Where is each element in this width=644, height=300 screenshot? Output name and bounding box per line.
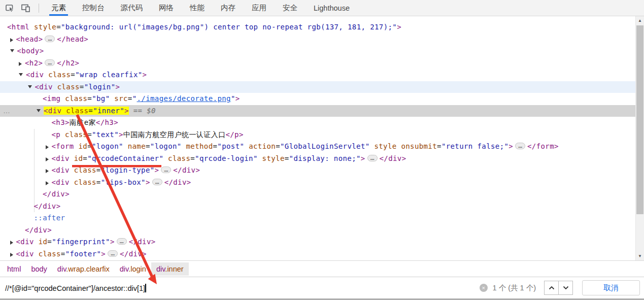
next-match-button[interactable] — [558, 281, 573, 295]
code-token: "background: url("images/bg.png") center… — [61, 23, 397, 31]
code-token: = — [80, 83, 84, 91]
tab-元素[interactable]: 元素 — [43, 0, 74, 16]
code-token: = — [56, 23, 61, 31]
code-token: > — [235, 94, 240, 103]
code-token: <body> — [17, 47, 44, 55]
dom-tree-row[interactable]: <div id="fingerprint">…</div> — [0, 236, 635, 248]
scroll-up-arrow-icon[interactable]: ▲ — [636, 16, 644, 25]
code-token: class — [66, 107, 88, 115]
inline-expand-ellipsis-icon[interactable]: … — [152, 179, 162, 185]
breadcrumb-item[interactable]: div.inner — [151, 262, 189, 276]
collapse-arrow-icon[interactable] — [37, 109, 41, 112]
breadcrumb-item[interactable]: div.wrap.clearfix — [52, 262, 115, 276]
row-more-actions-icon[interactable]: … — [3, 105, 11, 117]
dom-tree-row[interactable]: <div class="login"> — [0, 81, 635, 93]
collapse-arrow-icon[interactable] — [28, 85, 32, 88]
dom-tree-row[interactable]: <head>…</head> — [0, 34, 635, 46]
tab-Lighthouse[interactable]: Lighthouse — [306, 0, 358, 16]
expand-arrow-icon[interactable] — [10, 241, 13, 245]
inspect-element-icon[interactable] — [5, 3, 16, 14]
code-token: class — [74, 166, 96, 174]
inline-expand-ellipsis-icon[interactable]: … — [117, 238, 127, 245]
inspect-element-icon — [5, 3, 15, 13]
code-token: <h3> — [52, 118, 70, 126]
code-token: class — [39, 250, 61, 258]
breadcrumb-item[interactable]: html — [2, 262, 26, 276]
inline-expand-ellipsis-icon[interactable]: … — [367, 155, 378, 161]
code-token: class — [74, 178, 96, 186]
tab-应用[interactable]: 应用 — [244, 0, 275, 16]
scrollbar-thumb[interactable] — [636, 25, 643, 214]
code-token: <div — [52, 154, 74, 162]
expand-arrow-icon[interactable] — [46, 169, 49, 173]
previous-match-button[interactable] — [544, 281, 559, 295]
dom-tree-row[interactable]: <div class="wrap clearfix"> — [0, 69, 635, 81]
code-token: = — [146, 142, 150, 150]
dom-tree-row[interactable]: <img class="bg" src="./images/decorate.p… — [0, 93, 635, 105]
collapse-arrow-icon[interactable] — [10, 49, 14, 52]
tab-源代码[interactable]: 源代码 — [113, 0, 151, 16]
code-token: = — [71, 71, 75, 79]
clear-search-icon[interactable]: × — [480, 284, 488, 292]
breadcrumb-item[interactable]: div.login — [115, 262, 151, 276]
dom-tree-row[interactable]: </div> — [0, 188, 635, 201]
dom-tree-row[interactable]: </div> — [0, 224, 635, 237]
inline-expand-ellipsis-icon[interactable]: … — [45, 59, 55, 66]
scroll-down-arrow-icon[interactable]: ▼ — [636, 252, 644, 260]
dom-tree-row[interactable]: …<div class="inner"> == $0 — [0, 105, 635, 117]
code-token: </div> — [129, 238, 156, 246]
dom-tree-row[interactable]: <div id="qrcodeContainer" class="qrcode-… — [0, 153, 635, 165]
dom-tree-row[interactable]: <h2>…</h2> — [0, 57, 635, 70]
code-token: class — [57, 83, 80, 91]
dom-tree-row[interactable]: <h3>南航e家</h3> — [0, 117, 635, 129]
code-token: > — [397, 23, 401, 31]
device-toolbar-icon[interactable] — [20, 3, 31, 14]
expand-arrow-icon[interactable] — [46, 181, 49, 185]
dom-tree-row[interactable]: <html style="background: url("images/bg.… — [0, 21, 635, 34]
breadcrumb-item[interactable]: body — [26, 262, 52, 276]
collapse-arrow-icon[interactable] — [19, 73, 23, 76]
code-token: "bg" — [92, 94, 110, 103]
tab-性能[interactable]: 性能 — [182, 0, 213, 16]
inline-expand-ellipsis-icon[interactable]: … — [515, 143, 525, 149]
code-token: > — [509, 142, 513, 150]
vertical-scrollbar[interactable]: ▲ ▼ — [635, 16, 644, 260]
dom-tree-row[interactable]: <div class="footer">…</div> — [0, 248, 635, 260]
code-token: "logon" — [150, 142, 182, 150]
search-input[interactable]: //*[@id="qrcodeContainer"]/ancestor::div… — [5, 284, 477, 292]
code-token: "wrap clearfix" — [75, 71, 142, 79]
code-token: <h2> — [25, 59, 43, 67]
dom-tree-row[interactable]: <p class="text">中国南方航空用户统一认证入口</p> — [0, 129, 635, 141]
expand-arrow-icon[interactable] — [10, 38, 13, 42]
inline-expand-ellipsis-icon[interactable]: … — [161, 166, 171, 173]
code-token: <div — [16, 238, 39, 246]
expand-arrow-icon[interactable] — [46, 145, 49, 149]
tab-内存[interactable]: 内存 — [213, 0, 244, 16]
dom-tree-row[interactable]: <body> — [0, 45, 635, 57]
inline-expand-ellipsis-icon[interactable]: … — [108, 250, 118, 257]
tab-控制台[interactable]: 控制台 — [74, 0, 113, 16]
inline-expand-ellipsis-icon[interactable]: … — [45, 36, 55, 42]
code-token: = — [276, 142, 280, 150]
tab-网络[interactable]: 网络 — [151, 0, 182, 16]
dom-tree-row[interactable]: <div class="login-type">…</div> — [0, 164, 635, 177]
code-token: </head> — [57, 35, 88, 43]
code-token: = — [437, 142, 442, 150]
code-token: "login" — [84, 83, 116, 91]
dom-tree-row[interactable]: <form id="logon" name="logon" method="po… — [0, 141, 635, 153]
expand-arrow-icon[interactable] — [10, 253, 13, 257]
code-token: "qrcodeContainer" — [87, 154, 163, 162]
code-token: <div — [44, 107, 66, 115]
code-token: </div> — [164, 178, 191, 186]
tab-安全[interactable]: 安全 — [275, 0, 306, 16]
search-match-highlight: <div class="inner"> — [44, 107, 129, 115]
dom-tree-row[interactable]: ::after — [0, 212, 635, 224]
dom-tree-row[interactable]: <div class="tips-box">…</div> — [0, 177, 635, 189]
code-token: </p> — [225, 130, 243, 139]
expand-arrow-icon[interactable] — [46, 157, 49, 161]
code-token: "qrcode-login" — [195, 154, 258, 162]
panel-tab-bar: 元素控制台源代码网络性能内存应用安全Lighthouse — [0, 0, 644, 16]
dom-tree-row[interactable]: </div> — [0, 201, 635, 213]
cancel-button[interactable]: 取消 — [582, 280, 640, 295]
expand-arrow-icon[interactable] — [19, 62, 22, 66]
